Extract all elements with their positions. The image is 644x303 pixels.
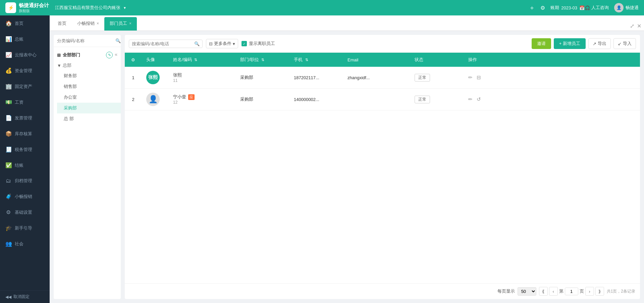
page-suffix: 页	[580, 288, 584, 294]
logout-icon-1[interactable]: ⊟	[477, 74, 481, 81]
row-name-2: 宁小壹 应 12	[168, 89, 235, 110]
dept-group-header[interactable]: ▼ 总部	[57, 60, 121, 70]
col-phone[interactable]: 手机 ⇅	[289, 53, 343, 67]
employee-search-input[interactable]	[132, 41, 192, 46]
sidebar-label-home: 首页	[15, 20, 23, 27]
dept-add-icon[interactable]: ✎	[106, 52, 113, 58]
tab-department-close[interactable]: ×	[129, 21, 131, 26]
prev-page-btn[interactable]: ‹	[549, 287, 558, 296]
sidebar-label-invoice: 发票管理	[15, 115, 32, 121]
employee-search-wrap: 🔍	[129, 40, 203, 48]
per-page-select[interactable]: 50 10 20 100	[518, 287, 536, 296]
sidebar-item-tax[interactable]: 🧾 税务管理	[0, 142, 50, 157]
row-name-1: 张熙 11	[168, 67, 235, 89]
department-panel: 🔍 ⊞ 全部部门 ✎ «	[54, 35, 121, 299]
close-books-icon: ✅	[5, 162, 11, 168]
edit-icon-1[interactable]: ✏	[468, 74, 473, 81]
dept-search-input[interactable]	[57, 38, 113, 43]
col-email: Email	[343, 53, 410, 67]
dept-item-sales[interactable]: 销售部	[57, 81, 121, 92]
dept-item-finance[interactable]: 财务部	[57, 70, 121, 81]
sidebar-item-home[interactable]: 🏠 首页	[0, 15, 50, 31]
first-page-btn[interactable]: ⟪	[539, 287, 548, 296]
sidebar-label-tax: 税务管理	[15, 147, 32, 153]
sidebar-item-settings[interactable]: ⚙ 基础设置	[0, 204, 50, 220]
sidebar-label-close: 结账	[15, 162, 23, 168]
table-header-row: ⚙ 头像 姓名/编码 ⇅ 部门/职位 ⇅ 手机 ⇅ Email 状态 操作	[125, 53, 640, 67]
expense-icon: 🧳	[5, 193, 11, 200]
refresh-icon-2[interactable]: ↺	[477, 96, 481, 102]
sidebar-item-archive[interactable]: 🗂 归档管理	[0, 173, 50, 189]
account-period: 账期 2023-03 📅	[550, 5, 585, 11]
last-page-btn[interactable]: ⟫	[595, 287, 604, 296]
dept-item-procurement[interactable]: 采购部	[57, 103, 121, 113]
sidebar-item-assets[interactable]: 🏢 固定资产	[0, 79, 50, 94]
header-right: 🎧 人工咨询 👤 畅捷通	[585, 3, 639, 12]
next-page-btn[interactable]: ›	[585, 287, 594, 296]
tab-home[interactable]: 首页	[52, 17, 72, 31]
page-input[interactable]	[565, 288, 578, 295]
tab-close-all-icon[interactable]: ✕	[637, 23, 641, 29]
tab-expense-close[interactable]: ×	[97, 21, 99, 26]
invoice-icon: 📄	[5, 115, 11, 121]
col-dept[interactable]: 部门/职位 ⇅	[235, 53, 289, 67]
import-label: 导入	[623, 41, 632, 47]
tab-department[interactable]: 部门员工 ×	[104, 17, 137, 31]
col-status: 状态	[410, 53, 464, 67]
show-inactive-toggle[interactable]: ✓ 显示离职员工	[241, 41, 275, 47]
add-tab-icon[interactable]: ＋	[529, 4, 535, 12]
sidebar-item-expense[interactable]: 🧳 小畅报销	[0, 189, 50, 204]
customer-service-btn[interactable]: 🎧 人工咨询	[585, 5, 609, 11]
sidebar: 🏠 首页 📊 总账 📈 云报表中心 💰 资金管理 🏢 固定资产 💵 工资 📄 发…	[0, 15, 50, 303]
company-selector[interactable]: 江西服宝精品有限责任公司内账张 ▼	[55, 5, 529, 11]
tab-expense[interactable]: 小畅报销 ×	[72, 17, 104, 31]
dept-item-office[interactable]: 办公室	[57, 92, 121, 103]
customer-service-label: 人工咨询	[591, 5, 609, 11]
calendar-icon[interactable]: 📅	[579, 5, 585, 10]
pin-icon: ◀◀	[5, 295, 11, 299]
tab-bar-actions: ⤢ ✕	[630, 23, 641, 31]
dept-collapse-icon[interactable]: «	[115, 52, 117, 58]
row-dept-2: 采购部	[235, 89, 289, 110]
sidebar-item-invoice[interactable]: 📄 发票管理	[0, 110, 50, 126]
export-button[interactable]: ↗ 导出	[588, 38, 611, 49]
tax-icon: 🧾	[5, 146, 11, 153]
import-button[interactable]: ↙ 导入	[613, 38, 636, 49]
import-icon: ↙	[618, 41, 622, 46]
sidebar-item-inventory[interactable]: 📦 库存核算	[0, 126, 50, 142]
sidebar-item-ledger[interactable]: 📊 总账	[0, 31, 50, 47]
pin-label: 取消固定	[13, 294, 30, 300]
edit-icon-2[interactable]: ✏	[468, 96, 473, 102]
top-header: ⚡ 畅捷通好会计 旗舰版 江西服宝精品有限责任公司内账张 ▼ ＋ ⚙ 账期 20…	[0, 0, 644, 15]
sidebar-item-cloud-reports[interactable]: 📈 云报表中心	[0, 47, 50, 63]
app-logo-icon: ⚡	[5, 2, 16, 13]
sidebar-item-close[interactable]: ✅ 结账	[0, 157, 50, 173]
dept-all-btn[interactable]: ⊞ 全部部门	[57, 52, 80, 58]
sidebar-item-social[interactable]: 👥 社会	[0, 236, 50, 252]
invite-button[interactable]: 邀请	[532, 38, 551, 49]
page-label: 第	[559, 288, 564, 294]
dept-search-icon[interactable]: 🔍	[115, 38, 121, 43]
dept-item-headquarters[interactable]: 总 部	[57, 113, 121, 124]
employee-code-1: 11	[173, 78, 231, 83]
settings-icon[interactable]: ⚙	[540, 5, 545, 11]
col-name[interactable]: 姓名/编码 ⇅	[168, 53, 235, 67]
sidebar-label-funds: 资金管理	[15, 68, 32, 74]
funds-icon: 💰	[5, 67, 11, 74]
sidebar-item-guide[interactable]: 🎓 新手引导	[0, 220, 50, 236]
row-phone-2: 140000002...	[289, 89, 343, 110]
add-employee-button[interactable]: + 新增员工	[554, 38, 586, 49]
sidebar-pin-toggle[interactable]: ◀◀ 取消固定	[0, 290, 50, 303]
total-records: 共1页，2条记录	[607, 289, 635, 294]
tab-maximize-icon[interactable]: ⤢	[630, 23, 634, 29]
col-settings[interactable]: ⚙	[125, 53, 142, 67]
employee-search-icon[interactable]: 🔍	[194, 41, 200, 46]
tab-home-label: 首页	[58, 20, 66, 27]
sidebar-item-funds[interactable]: 💰 资金管理	[0, 63, 50, 79]
sidebar-item-salary[interactable]: 💵 工资	[0, 94, 50, 110]
show-inactive-checkbox[interactable]: ✓	[241, 41, 247, 46]
app-edition: 旗舰版	[19, 8, 49, 13]
user-info[interactable]: 👤 畅捷通	[614, 3, 639, 12]
more-filters-btn[interactable]: ⊟ 更多条件 ▾	[206, 39, 238, 48]
company-dropdown-icon: ▼	[123, 6, 126, 10]
